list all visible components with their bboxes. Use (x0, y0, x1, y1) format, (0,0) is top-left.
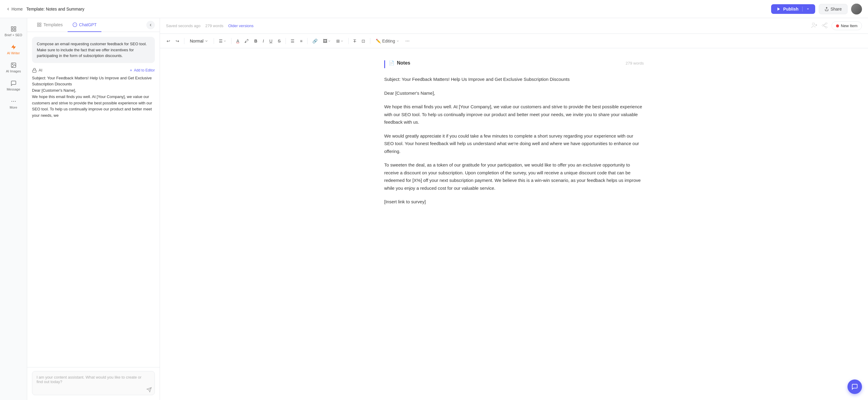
toolbar-top-left: Saved seconds ago 279 words Older versio… (166, 24, 253, 28)
text-color-button[interactable]: A (235, 37, 241, 45)
share-label: Share (831, 7, 842, 11)
chat-sidebar: Templates ChatGPT Compose an email reque… (27, 18, 160, 400)
tab-chatgpt[interactable]: ChatGPT (68, 18, 101, 32)
toolbar-divider-3 (231, 38, 231, 44)
svg-rect-11 (39, 23, 41, 25)
chat-content: Compose an email requesting customer fee… (27, 32, 160, 367)
svg-rect-10 (37, 23, 39, 25)
word-count-top: 279 words (205, 24, 223, 28)
image-button[interactable]: 🖼 (321, 37, 333, 45)
ai-subject-line: Subject: Your Feedback Matters! Help Us … (32, 75, 155, 88)
svg-line-27 (824, 24, 826, 25)
svg-marker-0 (777, 7, 780, 10)
svg-point-8 (13, 101, 14, 102)
home-label: Home (11, 7, 23, 11)
special-button[interactable]: ⊡ (360, 37, 367, 45)
sidebar-item-brief-seo[interactable]: Brief + SEO (1, 23, 26, 40)
undo-button[interactable]: ↩ (165, 37, 172, 45)
toolbar-top-right: New Item (811, 22, 862, 30)
toolbar-divider-6 (348, 38, 349, 44)
doc-header: 📄 Notes 279 words (384, 60, 644, 68)
svg-point-6 (12, 64, 13, 65)
editor-inner: 📄 Notes 279 words Subject: Your Feedback… (384, 60, 644, 206)
content-greeting: Dear [Customer's Name], (384, 89, 644, 97)
sidebar-item-ai-images[interactable]: AI Images (1, 59, 26, 76)
main-layout: Brief + SEO AI Writer AI Images Message … (0, 18, 868, 400)
new-item-label: New Item (841, 24, 858, 28)
collapse-sidebar-button[interactable] (146, 21, 155, 29)
sidebar-item-more[interactable]: More (1, 95, 26, 112)
editor-text-area[interactable]: Subject: Your Feedback Matters! Help Us … (384, 75, 644, 206)
chat-input-wrapper (32, 371, 155, 396)
sidebar-item-ai-writer[interactable]: AI Writer (1, 41, 26, 58)
chat-input-area (27, 367, 160, 400)
toolbar-divider-2 (214, 38, 214, 44)
editing-label: Editing (382, 39, 395, 43)
clear-format-button[interactable]: T̶ (351, 37, 358, 45)
sidebar-label-more: More (10, 106, 17, 109)
add-to-editor-label: Add to Editor (134, 68, 155, 72)
svg-rect-2 (14, 27, 16, 29)
svg-point-16 (75, 25, 76, 25)
highlight-button[interactable]: 🖍 (243, 37, 250, 45)
share-button[interactable]: Share (819, 4, 847, 14)
sidebar-item-message[interactable]: Message (1, 77, 26, 94)
older-versions-link[interactable]: Older versions (228, 24, 253, 28)
redo-button[interactable]: ↪ (174, 37, 181, 45)
toolbar-divider-5 (307, 38, 308, 44)
chat-input[interactable] (32, 371, 155, 395)
content-para3: To sweeten the deal, as a token of our g… (384, 161, 644, 192)
svg-point-23 (826, 23, 827, 25)
svg-rect-1 (11, 27, 13, 29)
sidebar-label-ai-images: AI Images (6, 69, 21, 73)
pencil-icon: ✏️ (376, 39, 381, 43)
editor-area: Saved seconds ago 279 words Older versio… (160, 18, 868, 400)
chat-fab-button[interactable] (847, 379, 862, 394)
svg-point-7 (11, 101, 12, 102)
svg-point-14 (73, 23, 77, 27)
new-item-button[interactable]: New Item (832, 22, 862, 30)
style-dropdown[interactable]: Normal (187, 37, 211, 45)
publish-label: Publish (783, 7, 799, 11)
sidebar-label-message: Message (7, 88, 20, 91)
editor-content: 📄 Notes 279 words Subject: Your Feedback… (160, 48, 868, 400)
bullet-list-button[interactable]: ☰ (289, 37, 297, 45)
svg-rect-3 (11, 30, 13, 31)
ai-body: We hope this email finds you well. At [Y… (32, 94, 155, 119)
svg-point-25 (826, 27, 827, 28)
avatar[interactable] (851, 4, 862, 14)
tab-chatgpt-label: ChatGPT (79, 22, 97, 27)
new-item-dot (836, 25, 839, 28)
strikethrough-button[interactable]: S (276, 37, 282, 45)
svg-rect-13 (39, 25, 41, 27)
share-icon-button[interactable] (821, 22, 828, 30)
underline-button[interactable]: U (268, 37, 274, 45)
home-link[interactable]: Home (6, 7, 23, 11)
svg-rect-4 (14, 30, 16, 31)
numbered-list-button[interactable]: ≡ (298, 37, 304, 45)
user-prompt-bubble: Compose an email requesting customer fee… (32, 37, 155, 63)
table-button[interactable]: ⊞ (334, 37, 345, 45)
toolbar-divider-4 (285, 38, 286, 44)
publish-button[interactable]: Publish (771, 4, 815, 14)
link-button[interactable]: 🔗 (311, 37, 319, 45)
more-options-button[interactable]: ⋯ (404, 37, 411, 45)
tab-templates-label: Templates (43, 22, 63, 27)
align-button[interactable]: ☰ (217, 37, 228, 45)
svg-rect-12 (37, 25, 39, 27)
top-nav: Home Template: Notes and Summary Publish… (0, 0, 868, 18)
icon-sidebar: Brief + SEO AI Writer AI Images Message … (0, 18, 27, 400)
tab-templates[interactable]: Templates (32, 18, 68, 32)
svg-point-20 (812, 23, 814, 25)
add-person-button[interactable] (811, 22, 817, 30)
svg-point-24 (822, 25, 824, 26)
editing-mode-button[interactable]: ✏️ Editing (373, 37, 402, 45)
ai-response-block: AI Add to Editor Subject: Your Feedback … (32, 68, 155, 119)
nav-right: Publish Share (771, 4, 862, 14)
add-to-editor-button[interactable]: Add to Editor (129, 68, 155, 72)
italic-button[interactable]: I (261, 37, 266, 45)
chat-tabs: Templates ChatGPT (27, 18, 160, 32)
content-para2: We would greatly appreciate it if you co… (384, 132, 644, 155)
bold-button[interactable]: B (252, 37, 259, 45)
send-button[interactable] (146, 387, 152, 393)
